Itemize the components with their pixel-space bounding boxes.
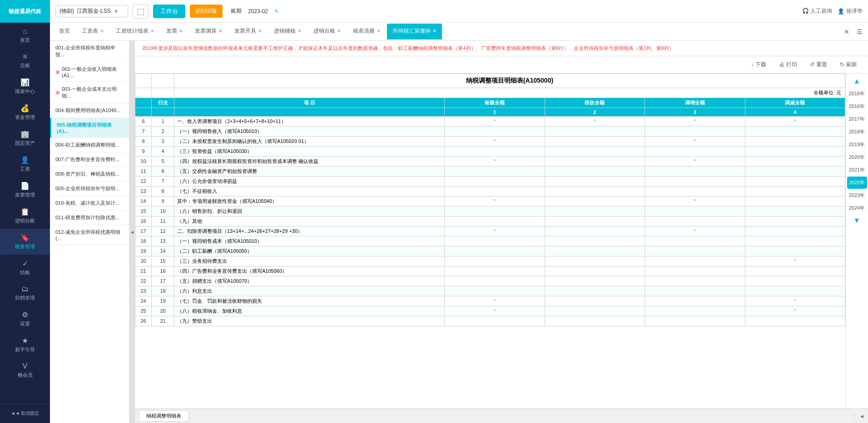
cell-b[interactable]: 二、扣除类调整项目（13+14+...24+26+27+28+29 +30）	[174, 226, 445, 236]
tab-invoice-calc[interactable]: 发票测算✕	[189, 24, 228, 39]
cell-c[interactable]: *	[445, 116, 545, 126]
pin-button[interactable]: ◄◄ 取消固定	[0, 408, 50, 419]
tab-close-invoice[interactable]: ✕	[179, 28, 183, 34]
cell-f[interactable]	[745, 286, 845, 296]
sidebar-item-salary[interactable]: 👤工资	[0, 151, 50, 177]
year-item-2015[interactable]: 2015年	[847, 88, 867, 100]
company-selector[interactable]: (物副) 江西股金-LSS ▼	[55, 5, 128, 17]
cell-c[interactable]: *	[445, 136, 545, 146]
year-item-2024[interactable]: 2024年	[847, 202, 867, 214]
cell-c[interactable]	[445, 186, 545, 196]
cell-d[interactable]	[545, 136, 645, 146]
cell-f[interactable]	[745, 136, 845, 146]
tab-inout-check[interactable]: 进销稽核✕	[268, 24, 307, 39]
cell-b[interactable]: （三）投资收益（填写A105030）	[174, 146, 445, 156]
cell-d[interactable]	[545, 276, 645, 286]
cell-e[interactable]: *	[645, 226, 745, 236]
left-panel-item-007[interactable]: 007-广告费和业务宣传费时...	[50, 152, 129, 167]
cell-d[interactable]	[545, 196, 645, 206]
year-item-2022[interactable]: 2022年	[847, 177, 867, 189]
cell-f[interactable]	[745, 216, 845, 226]
cell-b[interactable]: （六）公允价值变动净损益	[174, 176, 445, 186]
tab-close-inout-ledger[interactable]: ✕	[337, 28, 341, 34]
cell-b[interactable]: （五）交易性金融资产初始投资调整	[174, 166, 445, 176]
cell-c[interactable]	[445, 256, 545, 266]
tab-close-tax-clear[interactable]: ✕	[377, 28, 381, 34]
cell-d[interactable]	[545, 126, 645, 136]
cell-c[interactable]: *	[445, 196, 545, 206]
cell-b[interactable]: （八）税收滞纳金、加收利息	[174, 306, 445, 316]
cell-e[interactable]	[645, 146, 745, 156]
tab-income-tax[interactable]: 所得税汇算缴纳✕	[387, 24, 442, 39]
cell-b[interactable]: （四）广告费和业务宣传费支出（填写A105060）	[174, 266, 445, 276]
sidebar-item-general-ledger[interactable]: ≡总账	[0, 48, 50, 74]
left-panel-item-006[interactable]: 006-职工薪酬纳税调整明细...	[50, 138, 129, 152]
cell-d[interactable]	[545, 266, 645, 276]
cell-b[interactable]: （九）其他	[174, 216, 445, 226]
cell-f[interactable]	[745, 236, 845, 246]
sidebar-item-archive-mgmt[interactable]: 🗂归档管理	[0, 280, 50, 306]
cell-d[interactable]	[545, 186, 645, 196]
left-panel-item-001[interactable]: 001-企业所得税年度纳税申报...	[50, 41, 129, 62]
cell-e[interactable]: *	[645, 156, 745, 166]
left-panel-item-011[interactable]: 011-研发费用加计扣除优惠...	[50, 211, 129, 225]
sidebar-item-closing[interactable]: ✓结账	[0, 255, 50, 280]
cell-e[interactable]	[645, 166, 745, 176]
cell-c[interactable]	[445, 206, 545, 216]
cell-f[interactable]: *	[745, 256, 845, 266]
cell-d[interactable]	[545, 146, 645, 156]
sidebar-item-fixed-assets[interactable]: 🏢固定资产	[0, 125, 50, 151]
tab-inout-ledger[interactable]: 进销台账✕	[308, 24, 347, 39]
cell-e[interactable]	[645, 286, 745, 296]
cell-e[interactable]	[645, 266, 745, 276]
sidebar-item-settings[interactable]: ⚙设置	[0, 306, 50, 332]
cell-b[interactable]: （八）销售折扣、折让和退回	[174, 206, 445, 216]
copy-button[interactable]: ⬚	[133, 4, 149, 19]
tab-salary-stat[interactable]: 工资统计报表✕	[110, 24, 160, 39]
sidebar-item-member[interactable]: V畅会员	[0, 358, 50, 383]
cell-d[interactable]	[545, 296, 645, 306]
print-button[interactable]: 🖨 打印	[775, 59, 801, 70]
left-panel-item-002[interactable]: ⊗002-一般企业收入明细表(A1...	[50, 62, 129, 82]
cell-c[interactable]: *	[445, 306, 545, 316]
cell-d[interactable]	[545, 206, 645, 216]
cell-d[interactable]: *	[545, 116, 645, 126]
year-item-2023[interactable]: 2023年	[847, 189, 867, 202]
cell-e[interactable]: *	[645, 116, 745, 126]
cell-f[interactable]	[745, 126, 845, 136]
cell-e[interactable]	[645, 216, 745, 226]
cell-f[interactable]	[745, 316, 845, 326]
cell-f[interactable]	[745, 206, 845, 216]
cell-b[interactable]: （二）职工薪酬（填写A105050）	[174, 246, 445, 256]
cell-f[interactable]	[745, 146, 845, 156]
tab-close-invoice-calc[interactable]: ✕	[218, 28, 223, 34]
left-panel-item-005[interactable]: 005-纳税调整项目明细表(A1...	[50, 118, 129, 138]
cell-d[interactable]	[545, 236, 645, 246]
tab-tax-clear[interactable]: 税表清册✕	[347, 24, 386, 39]
year-item-2017[interactable]: 2017年	[847, 113, 867, 125]
cell-f[interactable]	[745, 166, 845, 176]
cell-d[interactable]	[545, 176, 645, 186]
panel-toggle[interactable]: ◄	[129, 41, 135, 423]
cell-b[interactable]: （三）业务招待费支出	[174, 256, 445, 266]
cell-e[interactable]: *	[645, 136, 745, 146]
cell-c[interactable]	[445, 276, 545, 286]
cell-b[interactable]: （五）捐赠支出（填写A105070）	[174, 276, 445, 286]
cell-e[interactable]	[645, 186, 745, 196]
period-edit-icon[interactable]: ✎	[274, 8, 279, 15]
cell-e[interactable]	[645, 296, 745, 306]
cell-e[interactable]	[645, 126, 745, 136]
left-panel-item-004[interactable]: 004-期间费用明细表(A1040...	[50, 103, 129, 118]
cell-e[interactable]	[645, 236, 745, 246]
cell-e[interactable]	[645, 176, 745, 186]
sidebar-item-new-guide[interactable]: ★新手引导	[0, 332, 50, 358]
cell-b[interactable]: （二）未按权责发生制原则确认的收入（填写A105020 01）	[174, 136, 445, 146]
sidebar-item-report-center[interactable]: 📊报表中心	[0, 74, 50, 99]
cell-c[interactable]	[445, 266, 545, 276]
tab-salary[interactable]: 工资表✕	[76, 24, 109, 39]
sidebar-item-tax-mgmt[interactable]: 🔖税务管理	[0, 229, 50, 255]
refresh-button[interactable]: ↻ 刷新	[836, 59, 861, 70]
workbench-button[interactable]: 工作台	[153, 5, 185, 18]
cell-c[interactable]	[445, 216, 545, 226]
left-panel-item-009[interactable]: 009-企业所得税弥补亏损明...	[50, 182, 129, 196]
